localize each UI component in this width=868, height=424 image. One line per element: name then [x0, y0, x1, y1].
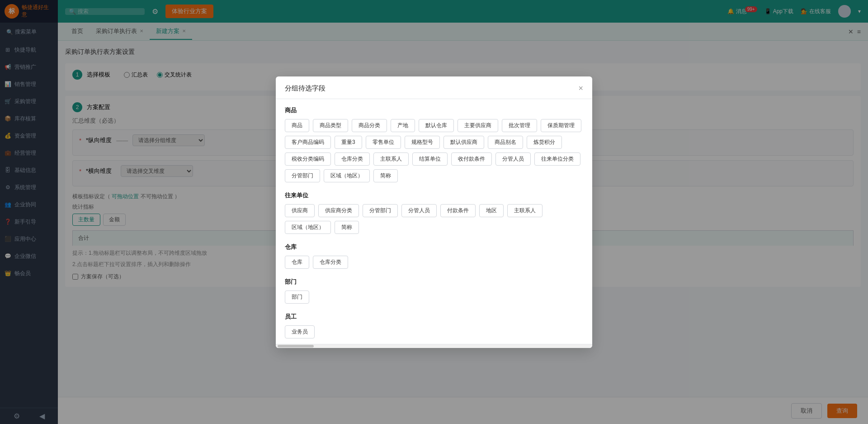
field-tag-product-10[interactable]: 零售单位 — [366, 136, 401, 149]
field-tag-product-17[interactable]: 主联系人 — [373, 152, 409, 166]
modal-close-button[interactable]: × — [578, 84, 583, 93]
field-tag-product-20[interactable]: 分管人员 — [495, 152, 531, 166]
section-warehouse: 仓库 仓库 仓库分类 — [285, 243, 583, 269]
field-tag-product-6[interactable]: 批次管理 — [502, 119, 537, 132]
field-tag-product-3[interactable]: 产地 — [391, 119, 415, 132]
field-tag-product-24[interactable]: 简称 — [373, 169, 398, 182]
field-tag-product-9[interactable]: 重量3 — [335, 136, 362, 149]
field-tag-product-11[interactable]: 规格型号 — [405, 136, 440, 149]
field-tag-warehouse-1[interactable]: 仓库分类 — [313, 256, 348, 269]
modal-overlay: 分组待选字段 × 商品 商品 商品类型 商品分类 产地 默认仓库 主要供应商 批… — [0, 0, 868, 424]
section-product-tags: 商品 商品类型 商品分类 产地 默认仓库 主要供应商 批次管理 保质期管理 客户… — [285, 119, 583, 182]
section-partner-title: 往来单位 — [285, 191, 583, 200]
field-tag-product-1[interactable]: 商品类型 — [313, 119, 348, 132]
hscroll-thumb[interactable] — [278, 345, 314, 348]
field-tag-product-23[interactable]: 区域（地区） — [324, 169, 370, 182]
modal-title: 分组待选字段 — [285, 84, 326, 93]
field-tag-product-5[interactable]: 主要供应商 — [458, 119, 498, 132]
field-tag-product-18[interactable]: 结算单位 — [412, 152, 448, 166]
field-tag-partner-6[interactable]: 主联系人 — [507, 204, 542, 217]
field-tag-product-0[interactable]: 商品 — [285, 119, 309, 132]
field-tag-product-16[interactable]: 仓库分类 — [335, 152, 370, 166]
section-department-tags: 部门 — [285, 291, 583, 304]
field-tag-product-8[interactable]: 客户商品编码 — [285, 136, 331, 149]
section-product: 商品 商品 商品类型 商品分类 产地 默认仓库 主要供应商 批次管理 保质期管理… — [285, 106, 583, 182]
modal-hscroll[interactable] — [276, 344, 592, 348]
section-department-title: 部门 — [285, 278, 583, 286]
field-tag-product-22[interactable]: 分管部门 — [285, 169, 320, 182]
field-tag-partner-1[interactable]: 供应商分类 — [318, 204, 359, 217]
field-tag-product-15[interactable]: 税收分类编码 — [285, 152, 331, 166]
field-tag-partner-0[interactable]: 供应商 — [285, 204, 315, 217]
section-staff: 员工 业务员 — [285, 313, 583, 338]
field-tag-partner-7[interactable]: 区域（地区） — [285, 221, 331, 234]
section-warehouse-title: 仓库 — [285, 243, 583, 251]
field-tag-partner-8[interactable]: 简称 — [335, 221, 359, 234]
section-department: 部门 部门 — [285, 278, 583, 304]
section-staff-title: 员工 — [285, 313, 583, 321]
field-tag-product-19[interactable]: 收付款条件 — [451, 152, 492, 166]
field-tag-product-4[interactable]: 默认仓库 — [419, 119, 454, 132]
modal-body: 商品 商品 商品类型 商品分类 产地 默认仓库 主要供应商 批次管理 保质期管理… — [276, 99, 592, 344]
field-tag-partner-4[interactable]: 付款条件 — [440, 204, 476, 217]
field-tag-warehouse-0[interactable]: 仓库 — [285, 256, 309, 269]
section-product-title: 商品 — [285, 106, 583, 114]
field-select-modal: 分组待选字段 × 商品 商品 商品类型 商品分类 产地 默认仓库 主要供应商 批… — [276, 76, 592, 348]
field-tag-product-21[interactable]: 往来单位分类 — [534, 152, 580, 166]
field-tag-product-14[interactable]: 炼货积分 — [527, 136, 562, 149]
modal-header: 分组待选字段 × — [276, 76, 592, 99]
field-tag-dept-0[interactable]: 部门 — [285, 291, 309, 304]
field-tag-partner-2[interactable]: 分管部门 — [363, 204, 398, 217]
field-tag-product-12[interactable]: 默认供应商 — [443, 136, 484, 149]
field-tag-partner-5[interactable]: 地区 — [479, 204, 504, 217]
field-tag-product-13[interactable]: 商品别名 — [488, 136, 523, 149]
field-tag-product-2[interactable]: 商品分类 — [352, 119, 387, 132]
field-tag-partner-3[interactable]: 分管人员 — [401, 204, 437, 217]
field-tag-staff-0[interactable]: 业务员 — [285, 325, 315, 338]
field-tag-product-7[interactable]: 保质期管理 — [541, 119, 581, 132]
section-partner: 往来单位 供应商 供应商分类 分管部门 分管人员 付款条件 地区 主联系人 区域… — [285, 191, 583, 234]
section-warehouse-tags: 仓库 仓库分类 — [285, 256, 583, 269]
section-partner-tags: 供应商 供应商分类 分管部门 分管人员 付款条件 地区 主联系人 区域（地区） … — [285, 204, 583, 234]
section-staff-tags: 业务员 — [285, 325, 583, 338]
